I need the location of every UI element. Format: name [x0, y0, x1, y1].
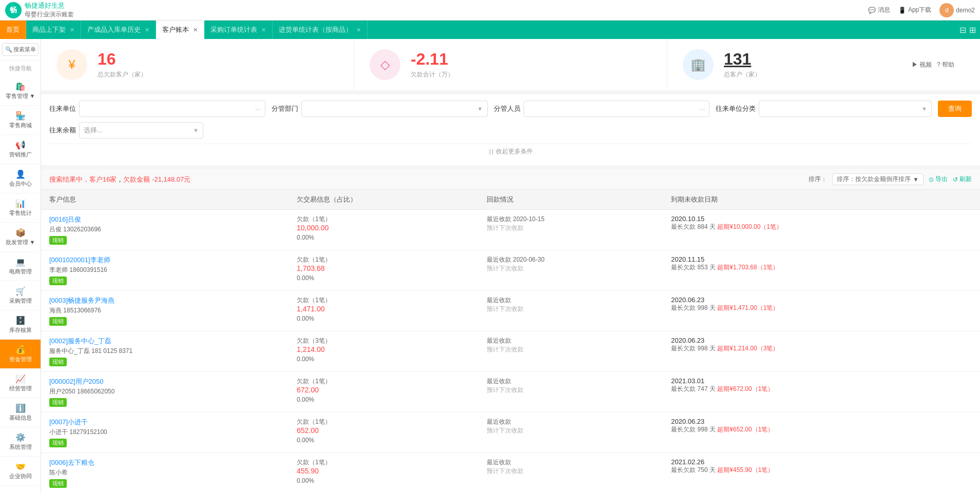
retail-mgmt-icon: 🛍️ — [2, 82, 39, 91]
mobile-icon: 📱 — [898, 7, 906, 14]
export-btn[interactable]: ⊙ 导出 — [929, 175, 948, 184]
customer-tag-4: 现销 — [49, 398, 67, 407]
search-button[interactable]: 查询 — [938, 101, 972, 117]
debt-amount-5[interactable]: 652.00 — [297, 426, 470, 435]
filter-category-select[interactable]: ▼ — [759, 101, 932, 117]
search-icon: 🔍 — [5, 46, 12, 53]
sidebar-item-inventory[interactable]: 🗄️ 库存核算 — [0, 310, 41, 340]
sidebar-item-guide[interactable]: 📖 新手引导 — [0, 486, 41, 493]
overdue-amount-1[interactable]: 超期¥1,703.68（1笔） — [717, 264, 779, 271]
debt-amount-1[interactable]: 1,703.68 — [297, 264, 470, 272]
sort-button[interactable]: 排序：按欠款金额倒序排序 ▼ — [832, 173, 924, 185]
app-download-btn[interactable]: 📱 App下载 — [898, 6, 931, 14]
debt-label-5: 欠款（1笔） — [297, 418, 470, 426]
debt-amount-0[interactable]: 10,000.00 — [297, 224, 470, 232]
filter-dept-select[interactable]: ▼ — [301, 101, 488, 117]
stat-info-3: 131 总客户（家） — [724, 50, 901, 79]
debt-amount-6[interactable]: 455.90 — [297, 467, 470, 475]
tab-close-purchase[interactable]: ✕ — [261, 27, 266, 33]
sidebar-item-batch-mgmt[interactable]: 📦 批发管理 ▼ — [0, 223, 41, 252]
customer-name-4[interactable]: [000002]用户2050 — [49, 377, 280, 386]
customer-name-6[interactable]: [0006]去下粮仓 — [49, 458, 280, 467]
debt-amount-4[interactable]: 672.00 — [297, 386, 470, 394]
cell-due-2: 2020.06.23 最长欠款 998 天 超期¥1,471.00（1笔） — [663, 291, 980, 331]
basic-info-icon: ℹ️ — [2, 403, 39, 413]
filter-person-input[interactable]: ··· — [524, 101, 710, 117]
enterprise-icon: 🤝 — [2, 462, 39, 471]
customer-tag-3: 现销 — [49, 358, 67, 366]
debt-total-number: -2.11 — [411, 50, 651, 68]
cell-due-6: 2021.02.26 最长欠款 750 天 超期¥455.90（1笔） — [663, 453, 980, 494]
user-profile[interactable]: d demo2 — [939, 3, 975, 17]
latest-collection-label-4: 最近收款 — [487, 377, 655, 386]
debt-total-label: 欠款合计（万） — [411, 70, 651, 79]
customer-phone-6: 陈小希 — [49, 468, 280, 477]
overdue-amount-2[interactable]: 超期¥1,471.00（1笔） — [717, 304, 779, 311]
customer-tag-0: 现销 — [49, 236, 67, 245]
sidebar-item-capital[interactable]: 💰 资金管理 — [0, 340, 41, 369]
tab-close-customer[interactable]: ✕ — [193, 27, 198, 33]
tab-close-inbound[interactable]: ✕ — [356, 27, 361, 33]
latest-collection-label-0: 最近收款 2020-10-15 — [487, 215, 655, 224]
sidebar-item-enterprise[interactable]: 🤝 企业协同 — [0, 457, 41, 486]
sidebar-item-retail-stats[interactable]: 📊 零售统计 — [0, 193, 41, 223]
overdue-amount-3[interactable]: 超期¥1,214.00（3笔） — [717, 345, 779, 352]
sidebar-item-system[interactable]: ⚙️ 系统管理 — [0, 427, 41, 457]
customer-name-5[interactable]: [0007]小进干 — [49, 418, 280, 427]
tab-purchase[interactable]: 采购订单统计表 ✕ — [204, 21, 273, 39]
sidebar-item-purchase[interactable]: 🛒 采购管理 — [0, 281, 41, 310]
sidebar-item-marketing[interactable]: 📢 营销推广 — [0, 135, 41, 164]
chevron-down-icon: ▼ — [477, 106, 483, 112]
view-video-btn[interactable]: ▶ 视频 — [912, 61, 932, 69]
overdue-amount-0[interactable]: 超期¥10,000.00（1笔） — [717, 223, 782, 230]
message-btn[interactable]: 💬 消息 — [868, 6, 890, 14]
cell-collection-2: 最近收款 预计下次收款 — [478, 291, 663, 331]
sidebar-item-retail-mall[interactable]: 🏪 零售商城 — [0, 106, 41, 135]
tab-maximize-btn[interactable]: ⊞ — [969, 25, 976, 35]
main-layout: 🔍 搜索菜单 快捷导航 🛍️ 零售管理 ▼ 🏪 零售商城 📢 营销推广 👤 会员… — [0, 39, 980, 493]
customer-name-3[interactable]: [0002]服务中心_丁磊 — [49, 337, 280, 346]
cell-customer-5: [0007]小进干 小进干 18279152100 现销 — [41, 412, 289, 453]
due-date-6: 2021.02.26 — [671, 458, 972, 466]
overdue-days-5: 最长欠款 998 天 超期¥652.00（1笔） — [671, 425, 972, 434]
tab-products[interactable]: 商品上下架 ✕ — [26, 21, 81, 39]
tab-inbound[interactable]: 进货单统计表（按商品） ✕ — [273, 21, 368, 39]
overdue-amount-6[interactable]: 超期¥455.90（1笔） — [717, 466, 774, 474]
sidebar-item-ecommerce[interactable]: 💻 电商管理 — [0, 252, 41, 281]
stat-card-debt-customers: ¥ 16 总欠款客户（家） — [41, 39, 354, 90]
message-icon: 💬 — [868, 7, 876, 14]
debt-amount-2[interactable]: 1,471.00 — [297, 305, 470, 313]
help-btn[interactable]: ? 帮助 — [937, 61, 954, 69]
debt-ratio-5: 0.00% — [297, 437, 470, 444]
customer-name-2[interactable]: [0003]畅捷服务尹海燕 — [49, 296, 280, 305]
logo-icon: 畅 — [5, 2, 22, 18]
cell-customer-2: [0003]畅捷服务尹海燕 海燕 18513066976 现销 — [41, 291, 289, 331]
sidebar-item-member[interactable]: 👤 会员中心 — [0, 164, 41, 193]
tab-minimize-btn[interactable]: ⊟ — [959, 25, 966, 35]
sidebar-item-business[interactable]: 📈 经营管理 — [0, 369, 41, 398]
tab-close-production[interactable]: ✕ — [145, 27, 149, 33]
cell-debt-6: 欠款（1笔） 455.90 0.00% — [289, 453, 478, 494]
customer-name-0[interactable]: [0016]吕俊 — [49, 215, 280, 224]
th-due-date: 到期未收款日期 — [663, 190, 980, 210]
debt-ratio-0: 0.00% — [297, 234, 470, 241]
results-actions: 排序： 排序：按欠款金额倒序排序 ▼ ⊙ 导出 ↺ 刷新 — [809, 173, 972, 185]
collapse-filters-btn[interactable]: ⟨⟨ 收起更多条件 — [49, 144, 972, 159]
customer-tag-5: 现销 — [49, 439, 67, 447]
customer-name-1[interactable]: [0001020001]李老师 — [49, 255, 280, 265]
tab-home[interactable]: 首页 — [0, 21, 26, 39]
search-menu-button[interactable]: 🔍 搜索菜单 — [2, 43, 39, 56]
tab-close-products[interactable]: ✕ — [70, 27, 74, 33]
customer-phone-4: 用户2050 18665062050 — [49, 387, 280, 396]
sidebar-item-retail-mgmt[interactable]: 🛍️ 零售管理 ▼ — [0, 76, 41, 106]
sidebar-item-basic-info[interactable]: ℹ️ 基础信息 — [0, 398, 41, 427]
tab-customer[interactable]: 客户账本 ✕ — [156, 21, 204, 39]
customer-phone-5: 小进干 18279152100 — [49, 428, 280, 437]
overdue-amount-4[interactable]: 超期¥672.00（1笔） — [717, 385, 774, 392]
tab-production[interactable]: 产成品入库单历史 ✕ — [81, 21, 156, 39]
debt-amount-3[interactable]: 1,214.00 — [297, 345, 470, 353]
refresh-btn[interactable]: ↺ 刷新 — [953, 175, 972, 184]
overdue-amount-5[interactable]: 超期¥652.00（1笔） — [717, 426, 774, 433]
filter-unit-input[interactable]: ··· — [79, 101, 265, 117]
filter-balance-select[interactable]: 选择... ▼ — [79, 122, 203, 139]
